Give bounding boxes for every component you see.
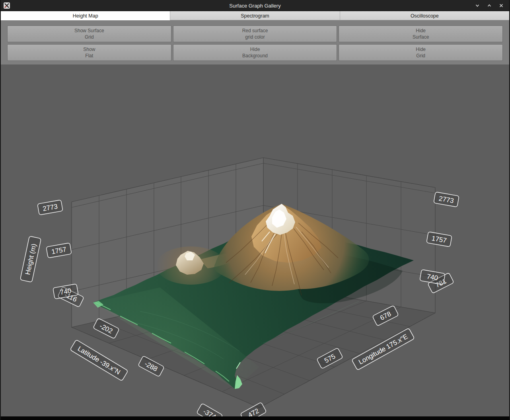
window-title: Surface Graph Gallery: [1, 3, 509, 9]
close-icon: [498, 3, 504, 8]
close-button[interactable]: [497, 2, 505, 10]
maximize-button[interactable]: [485, 2, 493, 10]
surface-controls: Show Surface Grid Red surface grid color…: [1, 20, 509, 64]
tab-spectrogram[interactable]: Spectrogram: [170, 11, 340, 20]
height-tick-label: 2773: [434, 192, 459, 207]
titlebar[interactable]: Surface Graph Gallery: [1, 0, 509, 11]
x-app-icon[interactable]: [4, 2, 10, 9]
svg-text:Latitude -39.x"N: Latitude -39.x"N: [76, 345, 122, 376]
show-surface-grid-button[interactable]: Show Surface Grid: [7, 25, 171, 42]
red-surface-grid-color-button[interactable]: Red surface grid color: [173, 25, 337, 42]
latitude-tick-label: -374: [197, 403, 223, 416]
minimize-button[interactable]: [473, 2, 481, 10]
show-flat-button[interactable]: Show Flat: [7, 44, 171, 61]
surface-plot-viewport[interactable]: -116 -202 -288 -374 Latitude -39.x"N 781…: [1, 64, 509, 416]
tab-height-map[interactable]: Height Map: [1, 11, 170, 20]
hide-surface-button[interactable]: Hide Surface: [339, 25, 503, 42]
height-axis-title: Height (m): [20, 236, 41, 282]
surface-plot-canvas[interactable]: -116 -202 -288 -374 Latitude -39.x"N 781…: [1, 64, 510, 416]
app-window: Surface Graph Gallery Height Map Spectro…: [0, 0, 510, 420]
height-tick-label: 1757: [46, 243, 72, 258]
tab-oscilloscope[interactable]: Oscilloscope: [340, 11, 509, 20]
window-bottom-border: [1, 416, 509, 420]
chevron-up-icon: [487, 3, 492, 8]
chevron-down-icon: [475, 3, 480, 8]
hide-grid-button[interactable]: Hide Grid: [339, 44, 503, 61]
height-tick-label: 2773: [37, 200, 63, 215]
tabbar: Height Map Spectrogram Oscilloscope: [1, 11, 509, 20]
hide-background-button[interactable]: Hide Background: [173, 44, 337, 61]
